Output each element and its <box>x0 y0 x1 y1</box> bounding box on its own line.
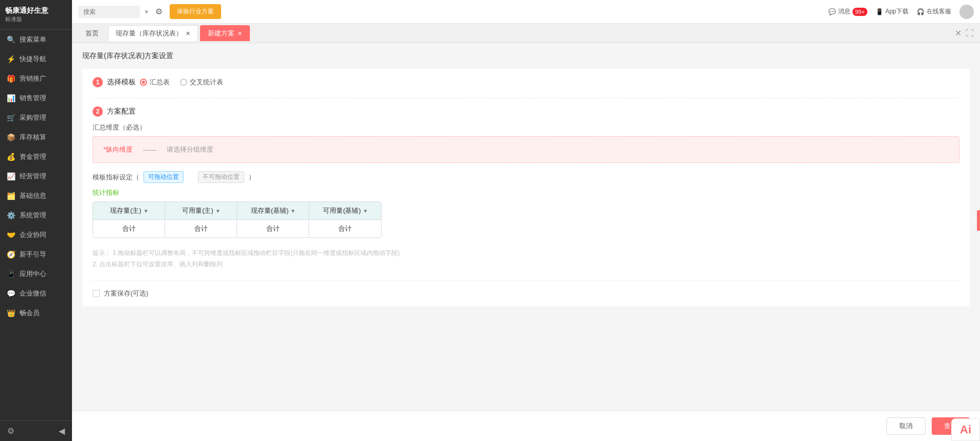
sidebar-item-icon-14: 👑 <box>6 308 15 318</box>
sidebar-item-label-2: 营销推广 <box>20 74 46 83</box>
sidebar-item-icon-5: 📦 <box>6 133 15 142</box>
app-download-item[interactable]: 📱 App下载 <box>876 7 909 16</box>
stats-header-cell-3[interactable]: 可用量(基辅)▾ <box>309 202 381 219</box>
radio-summary-circle <box>140 79 147 86</box>
stats-col-chevron-2[interactable]: ▾ <box>292 208 295 214</box>
sidebar-item-label-6: 资金管理 <box>20 152 46 161</box>
message-badge: 99+ <box>852 8 867 16</box>
sidebar-item-12[interactable]: 📱 应用中心 <box>0 264 72 284</box>
stats-col-chevron-3[interactable]: ▾ <box>364 208 367 214</box>
tab-inventory[interactable]: 现存量（库存状况表） ✕ <box>108 25 198 41</box>
online-service-label: 在线客服 <box>927 7 951 16</box>
app-version: 标准版 <box>5 15 67 23</box>
save-checkbox[interactable] <box>93 290 100 297</box>
sidebar-item-7[interactable]: 📈 经营管理 <box>0 167 72 186</box>
industry-btn[interactable]: 体验行业方案 <box>170 4 221 19</box>
stats-header-cell-0[interactable]: 现存量(主)▾ <box>93 202 165 219</box>
sidebar-item-label-0: 搜索菜单 <box>20 35 46 44</box>
avatar[interactable] <box>959 5 974 19</box>
section1-title: 选择模板 <box>107 78 136 87</box>
section-template: 1 选择模板 汇总表 交叉统计表 <box>93 77 959 87</box>
sidebar-bottom: ⚙ ◀ <box>0 420 72 441</box>
collapse-icon[interactable]: ◀ <box>59 426 65 436</box>
sidebar-item-icon-7: 📈 <box>6 172 15 181</box>
tab-bar: 首页 现存量（库存状况表） ✕ 新建方案 ✕ ✕ ⛶ <box>72 24 980 43</box>
settings-icon[interactable]: ⚙ <box>7 426 14 436</box>
tab-home[interactable]: 首页 <box>78 26 106 41</box>
tab-new-plan-close-icon[interactable]: ✕ <box>238 30 242 37</box>
indicator-separator <box>188 173 194 181</box>
radio-summary[interactable]: 汇总表 <box>140 78 170 87</box>
stats-header-cell-2[interactable]: 现存量(基辅)▾ <box>237 202 309 219</box>
sidebar-item-3[interactable]: 📊 销售管理 <box>0 88 72 108</box>
dimension-placeholder: 请选择分组维度 <box>167 145 213 154</box>
tab-inventory-close-icon[interactable]: ✕ <box>186 30 190 37</box>
tab-new-plan[interactable]: 新建方案 ✕ <box>200 25 250 41</box>
stats-body-cell-2: 合计 <box>237 219 309 237</box>
sidebar-item-label-1: 快捷导航 <box>20 54 46 64</box>
app-name: 畅康通好生意 <box>5 6 67 15</box>
search-input[interactable] <box>78 6 140 18</box>
sidebar-item-9[interactable]: ⚙️ 系统管理 <box>0 206 72 225</box>
sidebar-item-icon-12: 📱 <box>6 269 15 279</box>
tab-expand-icon[interactable]: ⛶ <box>966 29 974 38</box>
stats-body-cell-0: 合计 <box>93 219 165 237</box>
radio-summary-label: 汇总表 <box>150 78 170 87</box>
indicator-tag-fixed: 不可拖动位置 <box>198 171 244 183</box>
dimension-label: 汇总维度（必选） <box>93 123 959 132</box>
stats-header-row: 现存量(主)▾可用量(主)▾现存量(基辅)▾可用量(基辅)▾ <box>93 202 381 219</box>
sidebar-item-13[interactable]: 💬 企业微信 <box>0 284 72 303</box>
right-edge-handle[interactable] <box>977 210 980 231</box>
stats-col-header-3: 可用量(基辅) <box>323 206 361 215</box>
sidebar-item-label-7: 经营管理 <box>20 172 46 181</box>
phone-icon: 📱 <box>876 8 883 15</box>
bottom-bar: 取消 查询 <box>72 411 980 441</box>
sidebar-item-0[interactable]: 🔍 搜索菜单 <box>0 30 72 49</box>
sidebar-item-6[interactable]: 💰 资金管理 <box>0 147 72 167</box>
online-service-item[interactable]: 🎧 在线客服 <box>917 7 951 16</box>
topbar-gear-icon[interactable]: ⚙ <box>155 7 162 16</box>
sidebar-item-label-13: 企业微信 <box>20 289 46 298</box>
radio-cross[interactable]: 交叉统计表 <box>180 78 223 87</box>
divider2 <box>93 280 959 281</box>
ai-badge[interactable]: Ai <box>951 418 980 441</box>
dimension-arrow: —— <box>143 146 156 154</box>
sidebar-item-10[interactable]: 🤝 企业协同 <box>0 225 72 245</box>
topbar: ▾ ⚙ 体验行业方案 💬 消息 99+ 📱 App下载 🎧 在线客服 <box>72 0 980 24</box>
sidebar-item-1[interactable]: ⚡ 快捷导航 <box>0 49 72 69</box>
sidebar-item-label-11: 新手引导 <box>20 250 46 259</box>
stats-col-chevron-0[interactable]: ▾ <box>144 208 148 214</box>
topbar-right: 💬 消息 99+ 📱 App下载 🎧 在线客服 <box>828 5 974 19</box>
message-item[interactable]: 💬 消息 99+ <box>828 7 867 16</box>
tip-1: 2. 点击标题栏下拉可设置排序、插入列和删除列 <box>93 259 959 270</box>
section1-num: 1 <box>93 77 103 87</box>
tab-new-plan-label: 新建方案 <box>208 29 234 38</box>
indicator-label-end: ） <box>248 173 255 182</box>
sidebar-item-11[interactable]: 🧭 新手引导 <box>0 245 72 264</box>
section2-title: 方案配置 <box>107 107 136 116</box>
sidebar-item-2[interactable]: 🎁 营销推广 <box>0 69 72 88</box>
sidebar-item-5[interactable]: 📦 库存核算 <box>0 127 72 147</box>
dimension-box[interactable]: *纵向维度 —— 请选择分组维度 <box>93 136 959 163</box>
stats-col-chevron-1[interactable]: ▾ <box>216 208 220 214</box>
sidebar-item-label-4: 采购管理 <box>20 113 46 122</box>
sidebar-item-icon-2: 🎁 <box>6 74 15 83</box>
message-label: 消息 <box>838 7 850 16</box>
headset-icon: 🎧 <box>917 8 924 15</box>
sidebar-item-14[interactable]: 👑 畅会员 <box>0 303 72 323</box>
sidebar-item-icon-13: 💬 <box>6 289 15 298</box>
sidebar-item-icon-3: 📊 <box>6 94 15 103</box>
cancel-button[interactable]: 取消 <box>886 417 925 435</box>
tab-close-all-icon[interactable]: ✕ <box>955 28 961 38</box>
section2-num: 2 <box>93 106 103 117</box>
sidebar-item-4[interactable]: 🛒 采购管理 <box>0 108 72 127</box>
sidebar-logo: 畅康通好生意 标准版 <box>0 0 72 30</box>
section1-header: 1 选择模板 汇总表 交叉统计表 <box>93 77 959 87</box>
sidebar-item-8[interactable]: 🗂️ 基础信息 <box>0 186 72 206</box>
tab-home-label: 首页 <box>85 29 99 38</box>
sidebar-item-label-14: 畅会员 <box>20 308 40 318</box>
sidebar-item-label-3: 销售管理 <box>20 94 46 103</box>
search-chevron-icon[interactable]: ▾ <box>145 8 148 15</box>
stats-header-cell-1[interactable]: 可用量(主)▾ <box>165 202 237 219</box>
indicator-label-text: 模板指标设定（ <box>93 173 139 182</box>
